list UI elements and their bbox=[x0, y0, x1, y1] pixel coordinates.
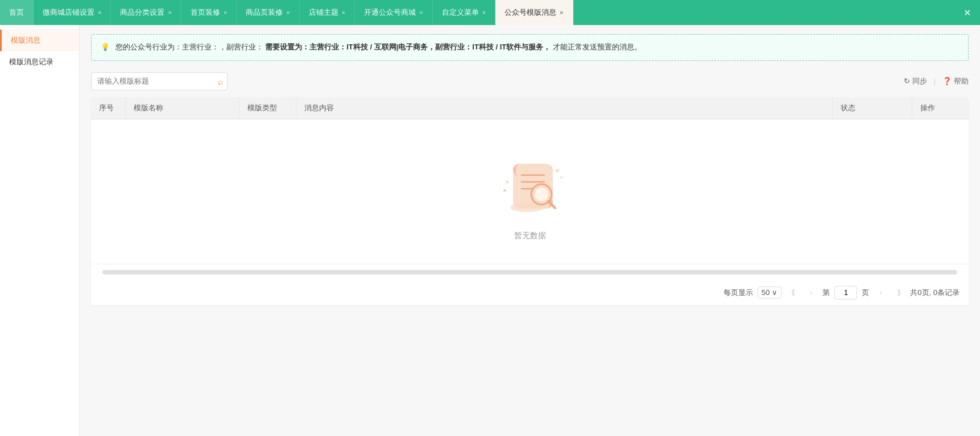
nav-label-product-decor: 商品页装修 bbox=[246, 7, 283, 18]
svg-point-9 bbox=[560, 176, 563, 178]
horizontal-scrollbar[interactable] bbox=[102, 270, 957, 275]
nav-item-home[interactable]: 首页 bbox=[0, 0, 34, 25]
nav-item-custom-menu[interactable]: 自定义菜单 × bbox=[433, 0, 495, 25]
col-name: 模版名称 bbox=[125, 97, 239, 119]
close-icon-product-decor[interactable]: × bbox=[286, 9, 290, 16]
prev-page-button[interactable]: ‹ bbox=[804, 286, 818, 300]
sidebar-item-template-record[interactable]: 模版消息记录 bbox=[0, 51, 79, 73]
nav-label-home-decor: 首页装修 bbox=[191, 7, 220, 18]
nav-label-wechat-shop: 开通公众号商城 bbox=[364, 7, 416, 18]
empty-text: 暂无数据 bbox=[514, 231, 546, 241]
page-label: 第 bbox=[822, 288, 830, 298]
nav-item-category[interactable]: 商品分类设置 × bbox=[111, 0, 181, 25]
nav-label-store: 微商城店铺设置 bbox=[43, 7, 94, 18]
scroll-bar-area bbox=[91, 264, 969, 280]
help-icon: ❓ bbox=[942, 77, 952, 85]
nav-label-template-msg: 公众号模版消息 bbox=[505, 7, 556, 18]
per-page-select[interactable]: 50 ∨ bbox=[758, 286, 781, 298]
col-content: 消息内容 bbox=[296, 97, 832, 119]
col-status: 状态 bbox=[832, 97, 912, 119]
page-number-input[interactable] bbox=[834, 286, 857, 300]
table-header: 序号 模版名称 模版类型 消息内容 状态 bbox=[91, 97, 969, 119]
first-page-button[interactable]: ⟪ bbox=[786, 286, 800, 300]
top-nav: 首页 微商城店铺设置 × 商品分类设置 × 首页装修 × 商品页装修 × 店铺主… bbox=[0, 0, 980, 25]
help-button[interactable]: ❓ 帮助 bbox=[942, 76, 969, 86]
last-page-button[interactable]: ⟫ bbox=[892, 286, 905, 300]
empty-state-cell: 暂无数据 bbox=[91, 119, 969, 264]
nav-label-custom-menu: 自定义菜单 bbox=[442, 7, 479, 18]
notice-box: 💡 您的公众号行业为：主营行业：，副营行业： 需要设置为：主营行业：IT科技 /… bbox=[91, 34, 969, 61]
close-icon-store[interactable]: × bbox=[98, 9, 101, 16]
content-area: 💡 您的公众号行业为：主营行业：，副营行业： 需要设置为：主营行业：IT科技 /… bbox=[80, 25, 980, 436]
sync-label: 同步 bbox=[912, 76, 927, 86]
nav-item-template-msg[interactable]: 公众号模版消息 × bbox=[495, 0, 573, 25]
pagination: 每页显示 50 ∨ ⟪ ‹ 第 页 › ⟫ 共0页, 0条记录 bbox=[91, 280, 969, 305]
close-icon-home-decor[interactable]: × bbox=[224, 9, 227, 16]
svg-point-7 bbox=[537, 190, 540, 193]
col-action: 操作 bbox=[912, 97, 969, 119]
svg-point-10 bbox=[506, 180, 508, 183]
col-type: 模版类型 bbox=[239, 97, 296, 119]
col-index: 序号 bbox=[91, 97, 125, 119]
nav-item-wechat-shop[interactable]: 开通公众号商城 × bbox=[355, 0, 432, 25]
search-input-wrap: ⌕ bbox=[91, 72, 228, 90]
help-label: 帮助 bbox=[954, 76, 969, 86]
per-page-label: 每页显示 bbox=[723, 288, 753, 298]
next-page-button[interactable]: › bbox=[874, 286, 887, 300]
nav-label-category: 商品分类设置 bbox=[120, 7, 164, 18]
notice-prefix: 您的公众号行业为：主营行业：，副营行业： bbox=[115, 43, 263, 51]
empty-state: 暂无数据 bbox=[91, 119, 969, 264]
notice-icon: 💡 bbox=[101, 43, 110, 51]
per-page-value: 50 bbox=[762, 288, 770, 297]
close-all-icon: ✕ bbox=[964, 8, 971, 18]
sidebar-label-template-record: 模版消息记录 bbox=[9, 57, 53, 66]
table-body: 暂无数据 bbox=[91, 119, 969, 264]
svg-point-11 bbox=[503, 189, 506, 192]
total-info: 共0页, 0条记录 bbox=[910, 288, 960, 298]
sidebar-item-template-msg[interactable]: 模版消息 bbox=[0, 30, 79, 51]
data-table: 序号 模版名称 模版类型 消息内容 状态 bbox=[91, 97, 969, 264]
sidebar-label-template-msg: 模版消息 bbox=[11, 36, 40, 44]
nav-label-home: 首页 bbox=[9, 7, 24, 18]
close-icon-custom-menu[interactable]: × bbox=[482, 9, 486, 16]
nav-item-store-settings[interactable]: 微商城店铺设置 × bbox=[34, 0, 111, 25]
svg-point-8 bbox=[556, 169, 559, 172]
chevron-down-icon: ∨ bbox=[772, 288, 778, 297]
main-layout: 模版消息 模版消息记录 💡 您的公众号行业为：主营行业：，副营行业： 需要设置为… bbox=[0, 25, 980, 436]
sync-icon: ↻ bbox=[904, 77, 910, 85]
close-icon-wechat-shop[interactable]: × bbox=[419, 9, 423, 16]
table-container: 序号 模版名称 模版类型 消息内容 状态 bbox=[91, 97, 969, 305]
sync-button[interactable]: ↻ 同步 bbox=[904, 76, 927, 86]
nav-item-home-decor[interactable]: 首页装修 × bbox=[181, 0, 237, 25]
nav-item-theme[interactable]: 店铺主题 × bbox=[300, 0, 355, 25]
svg-point-5 bbox=[535, 188, 548, 201]
nav-label-theme: 店铺主题 bbox=[309, 7, 338, 18]
close-icon-theme[interactable]: × bbox=[342, 9, 345, 16]
empty-state-row: 暂无数据 bbox=[91, 119, 969, 264]
search-bar: ⌕ ↻ 同步 | ❓ 帮助 bbox=[91, 72, 969, 90]
search-icon[interactable]: ⌕ bbox=[218, 76, 223, 86]
close-icon-category[interactable]: × bbox=[168, 9, 171, 16]
page-unit: 页 bbox=[862, 288, 869, 298]
toolbar-right: ↻ 同步 | ❓ 帮助 bbox=[904, 76, 969, 86]
close-icon-template-msg[interactable]: × bbox=[560, 9, 563, 16]
sidebar: 模版消息 模版消息记录 bbox=[0, 25, 80, 436]
close-all-button[interactable]: ✕ bbox=[954, 7, 980, 18]
toolbar-divider: | bbox=[934, 77, 936, 85]
nav-item-product-decor[interactable]: 商品页装修 × bbox=[237, 0, 299, 25]
notice-highlight: 需要设置为：主营行业：IT科技 / 互联网|电子商务，副营行业：IT科技 / I… bbox=[265, 43, 551, 51]
empty-illustration bbox=[496, 153, 564, 222]
search-input[interactable] bbox=[91, 72, 228, 90]
notice-suffix: 才能正常发送预置的消息。 bbox=[553, 43, 642, 51]
